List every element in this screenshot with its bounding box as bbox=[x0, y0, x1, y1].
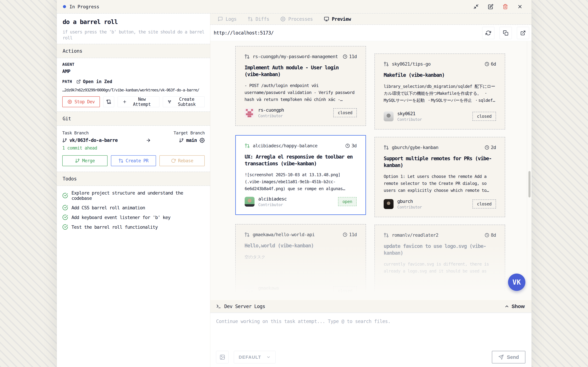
gear-icon bbox=[280, 17, 285, 22]
avatar bbox=[244, 286, 254, 296]
card-age: 6d bbox=[485, 61, 496, 67]
stop-icon bbox=[67, 100, 72, 104]
terminal-icon bbox=[216, 304, 221, 309]
avatar bbox=[244, 108, 254, 118]
preview-viewport: rs-cuongph/my-password-management 11d Im… bbox=[210, 41, 532, 300]
pull-request-icon bbox=[244, 54, 250, 59]
copy-icon[interactable] bbox=[500, 27, 512, 39]
todo-item: Add CSS barrel roll animation bbox=[62, 205, 205, 210]
status-dot-icon bbox=[63, 5, 66, 8]
create-pr-button[interactable]: Create PR bbox=[111, 155, 156, 166]
avatar bbox=[245, 197, 255, 207]
card-body: Option 1: Let users choose the remote Ad… bbox=[384, 173, 496, 194]
clock-icon bbox=[485, 62, 489, 66]
stop-dev-button[interactable]: Stop Dev bbox=[62, 96, 100, 107]
scrollbar-thumb[interactable] bbox=[528, 171, 530, 197]
worktree-path: …2dz0k7n62z93299r0000gn/T/vibe-kanban/wo… bbox=[62, 88, 205, 92]
new-attempt-button[interactable]: New Attempt bbox=[118, 96, 159, 107]
plus-icon bbox=[122, 100, 127, 104]
variant-select[interactable]: DEFAULT bbox=[234, 351, 276, 363]
preview-url: http://localhost:5173/ bbox=[214, 30, 274, 36]
card-body: library_selection/db_migration/sqldef 配下… bbox=[384, 83, 496, 104]
monitor-icon bbox=[324, 17, 329, 22]
task-card-selected[interactable]: alcibiadesc/happy-balance 3d UX: Arregla… bbox=[235, 135, 366, 215]
card-title: Hello,world (vibe-kanban) bbox=[244, 242, 357, 249]
rebase-button[interactable]: Rebase bbox=[159, 155, 205, 166]
tab-diffs[interactable]: Diffs bbox=[248, 16, 269, 22]
task-sidebar: do a barrel roll if users press the 'b' … bbox=[57, 14, 210, 367]
check-circle-icon bbox=[62, 214, 68, 220]
dev-server-logs-label: Dev Server Logs bbox=[216, 304, 265, 309]
todo-item: Test the barrel roll functionality bbox=[62, 224, 205, 230]
card-body: - POST /auth/login endpoint với username… bbox=[244, 82, 357, 103]
card-author: alcibiadesc bbox=[258, 196, 287, 201]
create-subtask-button[interactable]: Create Subtask bbox=[163, 96, 205, 107]
message-input[interactable] bbox=[216, 318, 525, 351]
avatar bbox=[384, 111, 394, 121]
task-card[interactable]: rs-cuongph/my-password-management 11d Im… bbox=[235, 46, 366, 126]
card-title: UX: Arregla el responsive de toolbar en … bbox=[245, 153, 357, 167]
task-dialog: In Progress do a barrel roll if users pr… bbox=[57, 0, 532, 367]
card-age: 3d bbox=[345, 143, 357, 148]
section-actions-header: Actions bbox=[57, 44, 210, 58]
edit-icon[interactable] bbox=[488, 4, 493, 9]
pull-request-icon bbox=[384, 145, 389, 150]
card-author-role: Contributor bbox=[397, 117, 422, 122]
show-logs-toggle[interactable]: Show bbox=[504, 304, 525, 309]
tab-preview[interactable]: Preview bbox=[324, 16, 351, 22]
scroll-icon bbox=[106, 100, 111, 104]
tab-logs[interactable]: Logs bbox=[218, 16, 236, 22]
minimize-icon[interactable] bbox=[473, 4, 479, 9]
trash-icon[interactable] bbox=[502, 4, 508, 9]
card-author-role: Contributor bbox=[258, 292, 283, 296]
status-badge: open bbox=[338, 197, 357, 206]
card-age: 8d bbox=[485, 233, 496, 238]
dev-logs-button[interactable] bbox=[103, 96, 114, 107]
clock-icon bbox=[485, 233, 489, 237]
task-card[interactable]: gmaekawa/hello-world-api 11d Hello,world… bbox=[235, 224, 366, 300]
card-author: gburch bbox=[397, 199, 422, 204]
open-external-icon[interactable] bbox=[517, 27, 529, 39]
section-todos-header: Todos bbox=[57, 172, 210, 186]
send-button[interactable]: Send bbox=[492, 351, 525, 363]
git-section: Task Branch Target Branch vk/063f-do-a-b… bbox=[57, 126, 210, 172]
open-in-zed-link[interactable]: Open in Zed bbox=[76, 79, 112, 84]
card-body: currently favicon.svg is different, ther… bbox=[384, 261, 496, 275]
vibe-kanban-fab[interactable]: VK bbox=[508, 274, 525, 291]
page-title: do a barrel roll bbox=[63, 18, 204, 25]
external-link-icon bbox=[76, 79, 81, 84]
merge-button[interactable]: Merge bbox=[62, 155, 108, 166]
chevron-up-icon bbox=[504, 304, 509, 309]
chevron-down-icon bbox=[266, 355, 271, 359]
refresh-icon[interactable] bbox=[482, 27, 494, 39]
status-badge: In Progress bbox=[63, 4, 99, 9]
task-card[interactable]: sky0621/tips-go 6d Makefile (vibe-kanban… bbox=[374, 53, 505, 129]
card-repo: gburch/gybe-kanban bbox=[392, 145, 438, 150]
task-summary: do a barrel roll if users press the 'b' … bbox=[57, 14, 210, 44]
clock-icon bbox=[343, 54, 347, 59]
clock-icon bbox=[343, 233, 347, 237]
avatar bbox=[384, 199, 394, 209]
todo-item: Add keyboard event listener for 'b' key bbox=[62, 214, 205, 220]
card-author-role: Contributor bbox=[258, 114, 284, 118]
status-badge: closed bbox=[333, 286, 357, 295]
target-branch-value: main bbox=[179, 137, 197, 143]
commit-status: 1 commit ahead bbox=[62, 145, 205, 150]
dev-server-logs-bar: Dev Server Logs Show bbox=[210, 300, 532, 313]
card-age: 11d bbox=[343, 54, 357, 59]
tab-processes[interactable]: Processes bbox=[280, 16, 313, 22]
pull-request-icon bbox=[248, 17, 253, 22]
branch-settings-gear-icon[interactable] bbox=[199, 138, 205, 143]
pull-request-icon bbox=[245, 143, 250, 148]
attach-image-icon[interactable] bbox=[216, 351, 229, 363]
refresh-icon bbox=[171, 158, 176, 163]
close-icon[interactable] bbox=[517, 4, 523, 9]
task-card[interactable]: gburch/gybe-kanban 2d Support multiple r… bbox=[374, 137, 505, 217]
clock-icon bbox=[345, 144, 350, 148]
card-title: Makefile (vibe-kanban) bbox=[384, 72, 496, 78]
task-card[interactable]: romanlv/readlater2 8d update favicon to … bbox=[374, 225, 505, 300]
attempt-main: Logs Diffs Processes Preview http://loca… bbox=[210, 14, 532, 367]
git-branch-icon bbox=[62, 138, 67, 143]
status-label: In Progress bbox=[69, 4, 99, 9]
task-description: if users press the 'b' button, the site … bbox=[63, 29, 204, 41]
